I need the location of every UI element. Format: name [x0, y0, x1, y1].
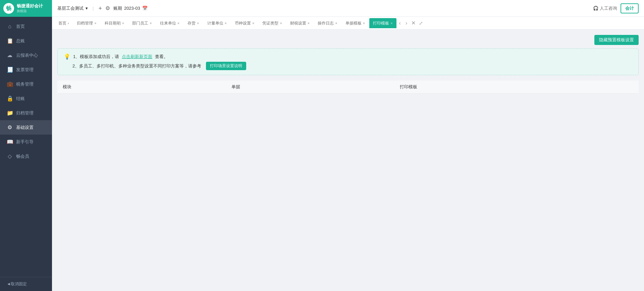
sidebar-item-ledger[interactable]: 📋 总账 [0, 34, 52, 48]
sidebar-item-archive[interactable]: 📁 归档管理 [0, 106, 52, 120]
tab-close-all-button[interactable]: ✕ [410, 18, 417, 28]
logo-icon: 畅 [3, 3, 14, 14]
settings-icon: ⚙ [7, 124, 13, 131]
tab-currency[interactable]: 币种设置× [231, 18, 258, 28]
tab-label-tax_settings: 财税设置 [290, 20, 306, 26]
sidebar-item-home[interactable]: ⌂ 首页 [0, 19, 52, 34]
tab-close-operation_log[interactable]: × [335, 21, 337, 25]
sidebar-item-invoice[interactable]: 🧾 发票管理 [0, 62, 52, 77]
tab-single_template[interactable]: 单据模板× [342, 18, 369, 28]
page-content: 隐藏预置模板设置 💡 1、模板添加成功后，请 点击刷新新页面 查看。 2、多员工… [52, 30, 644, 291]
sidebar-label-settings: 基础设置 [16, 125, 34, 131]
sidebar-item-guide[interactable]: 📖 新手引导 [0, 135, 52, 149]
calendar-icon[interactable]: 📅 [142, 6, 148, 11]
settings-icon[interactable]: ⚙ [105, 5, 110, 11]
tab-close-currency[interactable]: × [252, 21, 254, 25]
tab-close-customer[interactable]: × [177, 21, 179, 25]
tabbar: 首页›归档管理×科目期初×部门员工×往来单位×存货×计量单位×币种设置×凭证类型… [52, 17, 644, 30]
invoice-icon: 🧾 [7, 66, 13, 73]
sidebar-label-ledger: 总账 [16, 38, 25, 44]
sidebar-item-close[interactable]: 🔒 结账 [0, 91, 52, 106]
sidebar-item-settings[interactable]: ⚙ 基础设置 [0, 120, 52, 135]
member-icon: ◇ [7, 153, 13, 159]
sidebar-footer[interactable]: ◄取消固定 [0, 277, 52, 291]
tab-archive[interactable]: 归档管理× [73, 18, 100, 28]
service-label: 人工咨询 [600, 5, 617, 11]
tab-label-currency: 币种设置 [235, 20, 251, 26]
tab-label-operation_log: 操作日志 [318, 20, 334, 26]
period-value: 2023-03 [124, 6, 140, 11]
tab-close-voucher_type[interactable]: × [280, 21, 282, 25]
tab-customer[interactable]: 往来单位× [156, 18, 183, 28]
info-row-2: 2、多员工、多打印机、多种业务类型设置不同打印方案等，请参考 打印场景设置说明 [64, 62, 632, 70]
tab-expand-button[interactable]: ⤢ [418, 19, 424, 27]
topbar-divider: | [93, 6, 94, 11]
content-topright: 隐藏预置模板设置 [57, 35, 639, 45]
sidebar-label-guide: 新手引导 [16, 139, 34, 145]
tab-close-tax_settings[interactable]: × [308, 21, 310, 25]
reports-icon: ☁ [7, 52, 13, 58]
tab-close-dept[interactable]: × [150, 21, 152, 25]
chevron-icon: › [68, 21, 69, 25]
company-name: 基层工会测试 [57, 5, 84, 11]
tab-close-print_template[interactable]: × [390, 21, 392, 25]
add-company-button[interactable]: + [98, 5, 102, 11]
tab-label-unit: 计量单位 [207, 20, 223, 26]
tab-dept[interactable]: 部门员工× [128, 18, 155, 28]
logo-name: 畅捷通好会计 [17, 3, 43, 9]
sidebar-label-member: 畅会员 [16, 153, 29, 159]
tab-label-dept: 部门员工 [132, 20, 148, 26]
tab-print_template[interactable]: 打印模板× [369, 18, 396, 28]
refresh-link[interactable]: 点击刷新新页面 [122, 54, 152, 60]
sidebar-item-member[interactable]: ◇ 畅会员 [0, 149, 52, 163]
hide-preview-button[interactable]: 隐藏预置模板设置 [594, 35, 639, 45]
chevron-down-icon: ▾ [86, 6, 88, 11]
ledger-icon: 📋 [7, 38, 13, 44]
guide-icon: 📖 [7, 139, 13, 145]
sidebar-logo: 畅 畅捷通好会计 旗舰版 [0, 0, 52, 17]
tab-tax_settings[interactable]: 财税设置× [286, 18, 313, 28]
tab-inventory[interactable]: 存货× [184, 18, 203, 28]
info-text-2: 2、多员工、多打印机、多种业务类型设置不同打印方案等，请参考 [72, 63, 201, 69]
sidebar-item-reports[interactable]: ☁ 云报表中心 [0, 48, 52, 62]
period-display: 账期 2023-03 📅 [113, 5, 148, 11]
close-icon: 🔒 [7, 95, 13, 102]
sidebar-item-tax[interactable]: 💼 税务管理 [0, 77, 52, 91]
print-scene-button[interactable]: 打印场景设置说明 [206, 62, 246, 70]
tax-icon: 💼 [7, 81, 13, 87]
tab-close-unit[interactable]: × [225, 21, 227, 25]
bulb-icon: 💡 [64, 53, 70, 60]
tab-close-inventory[interactable]: × [197, 21, 199, 25]
info-row-1: 💡 1、模板添加成功后，请 点击刷新新页面 查看。 [64, 53, 632, 60]
service-button[interactable]: 🎧 人工咨询 [593, 5, 617, 11]
account-button[interactable]: 会计 [621, 3, 639, 13]
tab-home[interactable]: 首页› [55, 18, 72, 28]
tab-close-single_template[interactable]: × [363, 21, 365, 25]
sidebar-label-archive: 归档管理 [16, 110, 34, 116]
tab-next-button[interactable]: › [404, 19, 409, 28]
tab-label-print_template: 打印模板 [373, 20, 389, 26]
tab-close-archive[interactable]: × [94, 21, 96, 25]
tab-prev-button[interactable]: ‹ [397, 19, 403, 28]
sidebar: 畅 畅捷通好会计 旗舰版 ⌂ 首页 📋 总账 ☁ 云报表中心 🧾 发票管理 💼 … [0, 0, 52, 291]
tab-label-subject: 科目期初 [105, 20, 121, 26]
tab-operation_log[interactable]: 操作日志× [314, 18, 341, 28]
sidebar-label-invoice: 发票管理 [16, 67, 34, 73]
tab-unit[interactable]: 计量单位× [204, 18, 230, 28]
info-text-1-after: 查看。 [155, 54, 168, 60]
tab-close-subject[interactable]: × [122, 21, 124, 25]
table-header-2: 打印模板 [394, 81, 639, 94]
topbar-right: 🎧 人工咨询 会计 [593, 3, 639, 13]
tab-subject[interactable]: 科目期初× [101, 18, 128, 28]
tab-label-single_template: 单据模板 [345, 20, 362, 26]
company-selector[interactable]: 基层工会测试 ▾ [57, 5, 88, 11]
tab-label-voucher_type: 凭证类型 [262, 20, 278, 26]
archive-icon: 📁 [7, 110, 13, 116]
info-box: 💡 1、模板添加成功后，请 点击刷新新页面 查看。 2、多员工、多打印机、多种业… [57, 48, 639, 75]
home-icon: ⌂ [7, 23, 13, 30]
home-tab-label: 首页 [58, 20, 66, 26]
main-content: 基层工会测试 ▾ | + ⚙ 账期 2023-03 📅 🎧 人工咨询 会计 首页… [52, 0, 644, 291]
tab-voucher_type[interactable]: 凭证类型× [259, 18, 285, 28]
sidebar-label-reports: 云报表中心 [16, 52, 38, 58]
topbar: 基层工会测试 ▾ | + ⚙ 账期 2023-03 📅 🎧 人工咨询 会计 [52, 0, 644, 17]
